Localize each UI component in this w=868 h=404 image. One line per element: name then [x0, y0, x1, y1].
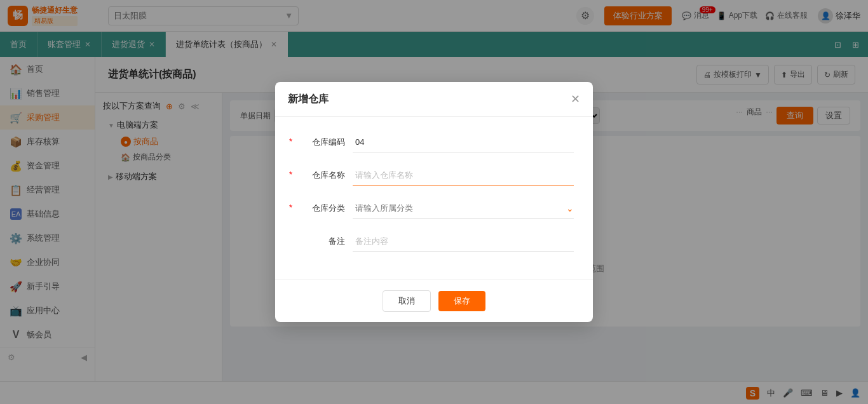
dialog-close-icon[interactable]: ✕	[571, 92, 580, 106]
category-field-row: 仓库分类 ⌄	[294, 198, 574, 219]
dialog-title: 新增仓库	[288, 93, 329, 106]
dialog-body: 仓库编码 仓库名称 仓库分类 ⌄ 备注	[275, 117, 593, 279]
category-dropdown-icon[interactable]: ⌄	[566, 203, 574, 213]
category-input[interactable]	[353, 203, 566, 213]
modal-overlay: 新增仓库 ✕ 仓库编码 仓库名称 仓库分类 ⌄	[0, 0, 868, 404]
remark-field-row: 备注	[294, 231, 574, 252]
code-label: 仓库编码	[294, 137, 345, 148]
category-label: 仓库分类	[294, 203, 345, 214]
cancel-button[interactable]: 取消	[383, 290, 431, 312]
name-input[interactable]	[353, 165, 574, 185]
category-select[interactable]: ⌄	[353, 198, 574, 219]
save-button[interactable]: 保存	[438, 291, 485, 311]
dialog-header: 新增仓库 ✕	[275, 82, 593, 117]
name-label: 仓库名称	[294, 170, 345, 181]
new-warehouse-dialog: 新增仓库 ✕ 仓库编码 仓库名称 仓库分类 ⌄	[275, 82, 593, 322]
remark-input[interactable]	[353, 231, 574, 252]
dialog-footer: 取消 保存	[275, 279, 593, 322]
code-input[interactable]	[353, 132, 574, 152]
remark-label: 备注	[294, 236, 345, 247]
code-field-row: 仓库编码	[294, 132, 574, 152]
name-field-row: 仓库名称	[294, 165, 574, 185]
